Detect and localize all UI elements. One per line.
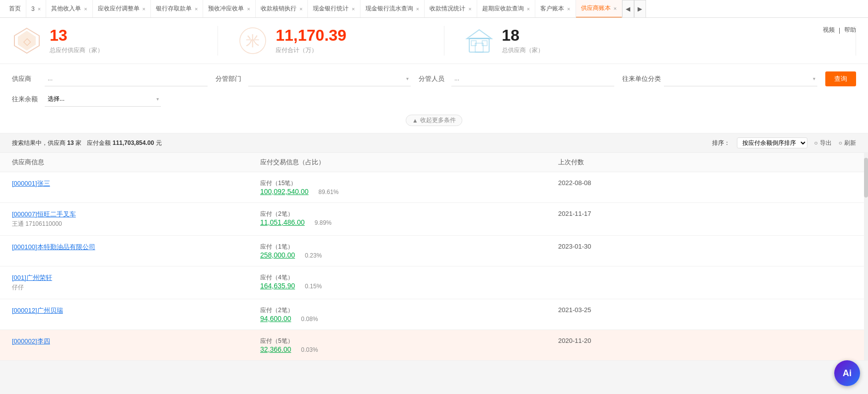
- category-select[interactable]: [664, 71, 818, 86]
- person-input[interactable]: [451, 71, 614, 86]
- tx-amount-1[interactable]: 100,092,540.00: [260, 188, 308, 196]
- tx-row-3: 258,000.00 0.23%: [260, 251, 558, 259]
- tx-amount-5[interactable]: 94,600.00: [260, 315, 291, 323]
- nav-tab-supplier-book[interactable]: 供应商账本 ×: [576, 0, 622, 18]
- balance-select[interactable]: 选择...: [45, 91, 161, 106]
- last-pay-5: 2021-03-25: [558, 306, 591, 314]
- help-link[interactable]: 帮助: [844, 26, 856, 34]
- tx-pct-3: 0.23%: [305, 252, 322, 259]
- close-tab-ar-ap-adjust-icon[interactable]: ×: [143, 6, 145, 12]
- filter-department: 分管部门 ▾: [216, 71, 411, 86]
- supplier-link-3[interactable]: [000100]本特勤油品有限公司: [12, 243, 95, 251]
- supplier-link-1[interactable]: [000001]张三: [12, 180, 50, 187]
- tx-amount-3[interactable]: 258,000.00: [260, 251, 295, 259]
- supplier-link-4[interactable]: [001]广州荣轩: [12, 274, 52, 281]
- tx-label-5: 应付（2笔）: [260, 306, 558, 315]
- balance-label: 往来余额: [12, 95, 42, 104]
- tx-cell-1: 应付（15笔） 100,092,540.00 89.61%: [260, 179, 558, 196]
- last-pay-6: 2020-11-20: [558, 337, 591, 344]
- supplier-link-2[interactable]: [000007]恒旺二手叉车: [12, 210, 76, 218]
- tx-amount-2[interactable]: 11,051,486.00: [260, 218, 305, 226]
- table-header: 供应商信息 应付交易信息（占比） 上次付数: [0, 153, 868, 172]
- close-tab-cash-bank-query-icon[interactable]: ×: [416, 6, 419, 12]
- tx-cell-3: 应付（1笔） 258,000.00 0.23%: [260, 243, 558, 259]
- supplier-cell-5: [000012]广州贝瑞: [12, 306, 260, 315]
- last-pay-3: 2023-01-30: [558, 243, 591, 250]
- table-row: [000100]本特勤油品有限公司 应付（1笔） 258,000.00 0.23…: [0, 236, 868, 266]
- close-tab-bank-deposit-icon[interactable]: ×: [195, 6, 198, 12]
- stat3-text: 18 总供应商（家）: [502, 27, 544, 55]
- stat3-value: 18: [502, 27, 544, 43]
- department-label: 分管部门: [216, 74, 245, 83]
- col-header-supplier: 供应商信息: [12, 158, 260, 167]
- export-label: 导出: [820, 139, 832, 147]
- query-button[interactable]: 查询: [825, 71, 856, 86]
- svg-text:米: 米: [246, 33, 260, 49]
- main-table: 供应商信息 应付交易信息（占比） 上次付数 [000001]张三 应付（15笔）…: [0, 153, 868, 361]
- refresh-button[interactable]: ○ 刷新: [839, 139, 856, 147]
- scrollbar-thumb[interactable]: [864, 158, 868, 197]
- result-prefix: 搜索结果中，供应商: [12, 139, 66, 146]
- export-button[interactable]: ○ 导出: [814, 139, 832, 147]
- sort-select[interactable]: 按应付余额倒序排序: [737, 137, 807, 148]
- nav-tab-payment-stat[interactable]: 收款情况统计 ×: [425, 0, 477, 18]
- close-tab-customer-book-icon[interactable]: ×: [567, 6, 570, 12]
- stat2-text: 11,170.39 应付合计（万）: [276, 27, 346, 55]
- result-suffix: 家: [75, 139, 81, 146]
- result-amount-value: 111,703,854.00: [113, 139, 154, 146]
- nav-tab-other-income[interactable]: 其他收入单 ×: [46, 0, 92, 18]
- supplier-link-6[interactable]: [000002]李四: [12, 337, 50, 345]
- nav-tab-prepay-ar[interactable]: 预收冲应收单 ×: [203, 0, 255, 18]
- tx-cell-4: 应付（4笔） 164,635.90 0.15%: [260, 273, 558, 290]
- nav-tab-3[interactable]: 3 ×: [26, 0, 46, 18]
- scrollbar[interactable]: [864, 153, 868, 361]
- supplier-input[interactable]: [45, 71, 208, 86]
- nav-tab-cash-bank-stat[interactable]: 现金银行统计 ×: [308, 0, 360, 18]
- tx-amount-4[interactable]: 164,635.90: [260, 282, 295, 290]
- nav-tab-bank-deposit[interactable]: 银行存取款单 ×: [151, 0, 203, 18]
- close-tab-cash-bank-stat-icon[interactable]: ×: [352, 6, 355, 12]
- last-pay-1: 2022-08-08: [558, 179, 591, 187]
- category-select-wrap: ▾: [664, 71, 818, 86]
- department-select[interactable]: [248, 71, 411, 86]
- nav-tab-cash-bank-query[interactable]: 现金银行流水查询 ×: [361, 0, 425, 18]
- filter-row-1: 供应商 分管部门 ▾ 分管人员 往来单位分类 ▾: [12, 71, 856, 86]
- nav-tab-customer-book[interactable]: 客户账本 ×: [535, 0, 576, 18]
- close-tab-payment-stat-icon[interactable]: ×: [468, 6, 471, 12]
- supplier-cell-2: [000007]恒旺二手叉车 王通 17106110000: [12, 210, 260, 228]
- close-tab-overdue-ar-icon[interactable]: ×: [527, 6, 530, 12]
- col-header-tx: 应付交易信息（占比）: [260, 158, 558, 167]
- diamond-icon: ◇: [12, 26, 42, 56]
- nav-tab-home[interactable]: 首页: [4, 0, 26, 18]
- nav-tab-payment-exec[interactable]: 收款核销执行 ×: [256, 0, 308, 18]
- supplier-link-5[interactable]: [000012]广州贝瑞: [12, 307, 63, 314]
- close-tab-payment-exec-icon[interactable]: ×: [299, 6, 302, 12]
- close-tab-prepay-ar-icon[interactable]: ×: [247, 6, 250, 12]
- close-tab-other-income-icon[interactable]: ×: [84, 6, 87, 12]
- close-tab-supplier-book-icon[interactable]: ×: [614, 5, 617, 11]
- table-container: 供应商信息 应付交易信息（占比） 上次付数 [000001]张三 应付（15笔）…: [0, 153, 868, 361]
- tx-amount-6[interactable]: 32,366.00: [260, 345, 291, 353]
- store-icon: [464, 26, 494, 56]
- nav-next-button[interactable]: ▶: [634, 0, 646, 18]
- video-link[interactable]: 视频: [823, 26, 835, 34]
- stat2-value: 11,170.39: [276, 27, 346, 43]
- collapse-icon: ▲: [412, 117, 418, 124]
- last-pay-cell-5: 2021-03-25: [558, 306, 856, 314]
- result-supplier-count: 13: [67, 139, 73, 146]
- close-tab-3-icon[interactable]: ×: [38, 6, 41, 12]
- filter-balance: 往来余额 选择... ▾: [12, 91, 161, 107]
- collapse-button[interactable]: ▲ 收起更多条件: [406, 115, 462, 126]
- nav-tab-ar-ap-adjust[interactable]: 应收应付调整单 ×: [93, 0, 151, 18]
- stat-block-suppliers: ◇ 13 总应付供应商（家）: [12, 26, 218, 56]
- tx-cell-5: 应付（2笔） 94,600.00 0.08%: [260, 306, 558, 323]
- nav-tab-overdue-ar[interactable]: 超期应收款查询 ×: [477, 0, 535, 18]
- svg-text:◇: ◇: [23, 36, 31, 47]
- nav-prev-button[interactable]: ◀: [622, 0, 634, 18]
- stat1-text: 13 总应付供应商（家）: [50, 27, 103, 55]
- tx-row-5: 94,600.00 0.08%: [260, 315, 558, 323]
- col-header-last-pay: 上次付数: [558, 158, 856, 167]
- stats-header: ◇ 13 总应付供应商（家） 米 11,170.39 应付合计（万）: [0, 18, 868, 64]
- refresh-icon: ○: [839, 139, 842, 146]
- svg-marker-6: [467, 30, 492, 39]
